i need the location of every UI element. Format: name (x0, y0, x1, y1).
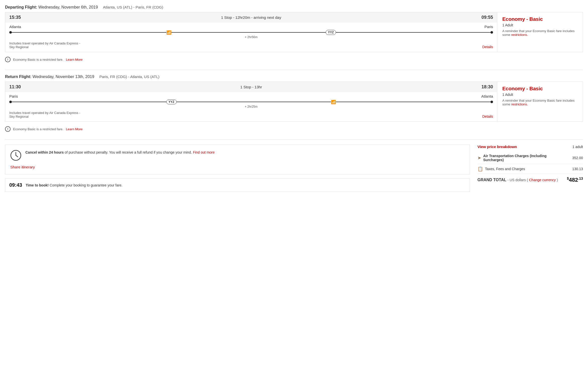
timer-rest: Complete your booking to guarantee your … (49, 183, 122, 187)
departing-fare-title: Economy - Basic (502, 16, 578, 22)
return-wifi-icon: 📶 (331, 100, 336, 104)
air-transport-row: ➤ Air Transportation Charges (Including … (477, 152, 583, 164)
return-origin-dot (9, 101, 12, 103)
departing-origin-dot (9, 31, 12, 34)
departing-stop-code: YYZ (326, 30, 336, 35)
air-transport-label-cell: ➤ Air Transportation Charges (Including … (477, 154, 548, 162)
return-header: Return Flight: Wednesday, November 13th,… (5, 75, 583, 79)
taxes-amount: 130.13 (572, 167, 583, 171)
svg-line-2 (16, 155, 18, 157)
departing-line-mid (171, 32, 326, 33)
return-dest-dot (491, 101, 493, 103)
section-divider-1 (5, 70, 583, 70)
departing-restricted-notice: ! Economy Basic is a restricted fare. Le… (5, 54, 583, 67)
cancel-text: Cancel within 24 hours of purchase witho… (25, 150, 215, 155)
return-stop-code: YYZ (166, 99, 177, 104)
return-flight-main: 11:30 1 Stop - 13hr 18:30 Paris Atlanta … (5, 82, 497, 121)
departing-restricted-text: Economy Basic is a restricted fare. (13, 58, 63, 61)
return-times-row: 11:30 1 Stop - 13hr 18:30 (5, 82, 497, 92)
departing-route-line: 📶 YYZ (9, 30, 493, 35)
departing-restrictions-link[interactable]: restrictions. (511, 33, 528, 37)
departing-operated-row: Includes travel operated by Air Canada E… (5, 39, 497, 52)
departing-route-visual: 📶 YYZ + 2hr56m (5, 29, 497, 39)
departing-info-icon: ! (5, 57, 11, 62)
return-line-mid (177, 102, 331, 102)
return-route-visual: YYZ 📶 + 2hr25m (5, 98, 497, 108)
return-arrive-time: 18:30 (481, 84, 493, 90)
taxes-label: Taxes, Fees and Charges (485, 167, 525, 171)
departing-dest-city: Paris (484, 25, 493, 29)
bottom-section: Cancel within 24 hours of purchase witho… (5, 145, 583, 192)
departing-header: Departing Flight: Wednesday, November 6t… (5, 5, 583, 10)
return-restrictions-link[interactable]: restrictions. (511, 102, 528, 106)
departing-arrive-time: 09:55 (481, 15, 493, 20)
departing-details-link[interactable]: Details (482, 45, 493, 49)
departing-fare-adults: 1 Adult (502, 23, 578, 27)
total-cents: .13 (578, 176, 583, 180)
return-fare-adults: 1 Adult (502, 93, 578, 97)
return-restricted-notice: ! Economy Basic is a restricted fare. Le… (5, 124, 583, 137)
cancel-bold-text: Cancel within 24 hours (25, 150, 64, 154)
return-label: Return Flight: (5, 75, 31, 79)
change-currency-link[interactable]: Change currency (529, 178, 556, 182)
find-out-more-link[interactable]: Find out more (193, 150, 215, 154)
currency-info: - US dollars ( Change currency ) (507, 178, 558, 182)
return-depart-time: 11:30 (9, 84, 21, 90)
return-fare-reminder: A reminder that your Economy Basic fare … (502, 99, 578, 106)
section-divider-2 (5, 139, 583, 140)
return-fare-title: Economy - Basic (502, 86, 578, 92)
return-details-link[interactable]: Details (482, 114, 493, 118)
timer-text: Time to book! Complete your booking to g… (26, 183, 122, 187)
return-date: Wednesday, November 13th, 2019 (32, 75, 94, 79)
departing-flight-card: 15:35 1 Stop - 12hr20m - arriving next d… (5, 12, 583, 52)
departing-dest-dot (491, 31, 493, 34)
grand-total-text: GRAND TOTAL (477, 178, 506, 182)
return-operated-text: Includes travel operated by Air Canada E… (9, 111, 85, 118)
departing-times-row: 15:35 1 Stop - 12hr20m - arriving next d… (5, 12, 497, 23)
cancel-info-box: Cancel within 24 hours of purchase witho… (5, 145, 470, 174)
departing-origin-city: Atlanta (9, 25, 21, 29)
timer-bar: 09:43 Time to book! Complete your bookin… (5, 178, 470, 192)
departing-stop-layover: + 2hr56m (245, 35, 258, 39)
departing-fare-reminder: A reminder that your Economy Basic fare … (502, 29, 578, 37)
departing-line-right (336, 32, 491, 33)
cancel-rest-text: of purchase without penalty. You will re… (64, 150, 192, 154)
adult-count-label: 1 adult (572, 145, 583, 149)
view-price-breakdown-label[interactable]: View price breakdown (477, 145, 517, 149)
return-line-right (336, 102, 491, 102)
departing-route: Atlanta, US (ATL) - Paris, FR (CDG) (103, 5, 163, 9)
clock-icon (10, 150, 21, 161)
return-cities-row: Paris Atlanta (5, 92, 497, 98)
departing-wifi-icon: 📶 (166, 30, 171, 35)
cancel-row: Cancel within 24 hours of purchase witho… (10, 150, 465, 161)
total-dollars: 482 (569, 177, 578, 183)
departing-depart-time: 15:35 (9, 15, 21, 20)
return-learn-more[interactable]: Learn More (66, 127, 82, 131)
return-fare-side: Economy - Basic 1 Adult A reminder that … (497, 82, 583, 121)
return-origin-city: Paris (9, 94, 18, 98)
left-bottom: Cancel within 24 hours of purchase witho… (5, 145, 470, 192)
plane-icon: ➤ (477, 155, 481, 161)
departing-line-left (12, 32, 166, 33)
return-info-icon: ! (5, 126, 11, 132)
return-flight-card: 11:30 1 Stop - 13hr 18:30 Paris Atlanta … (5, 82, 583, 122)
departing-learn-more[interactable]: Learn More (66, 58, 82, 61)
departing-fare-side: Economy - Basic 1 Adult A reminder that … (497, 12, 583, 52)
departing-section: Departing Flight: Wednesday, November 6t… (5, 5, 583, 67)
return-route: Paris, FR (CDG) - Atlanta, US (ATL) (100, 75, 160, 79)
departing-operated-text: Includes travel operated by Air Canada E… (9, 41, 85, 49)
return-stop-layover: + 2hr25m (245, 105, 258, 108)
currency-symbol: $ (567, 176, 569, 180)
departing-cities-row: Atlanta Paris (5, 23, 497, 29)
timer-bold: Time to book! (26, 183, 49, 187)
departing-stop-label: 1 Stop - 12hr20m - arriving next day (221, 15, 281, 20)
return-operated-row: Includes travel operated by Air Canada E… (5, 108, 497, 121)
return-section: Return Flight: Wednesday, November 13th,… (5, 75, 583, 137)
return-route-line: YYZ 📶 (9, 99, 493, 104)
taxes-label-cell: 📋 Taxes, Fees and Charges (477, 166, 525, 172)
share-itinerary-link[interactable]: Share itinerary (10, 165, 465, 169)
return-restricted-text: Economy Basic is a restricted fare. (13, 127, 63, 131)
tax-icon: 📋 (477, 166, 483, 172)
price-breakdown: View price breakdown 1 adult ➤ Air Trans… (477, 145, 583, 192)
return-stop-label: 1 Stop - 13hr (240, 85, 262, 89)
